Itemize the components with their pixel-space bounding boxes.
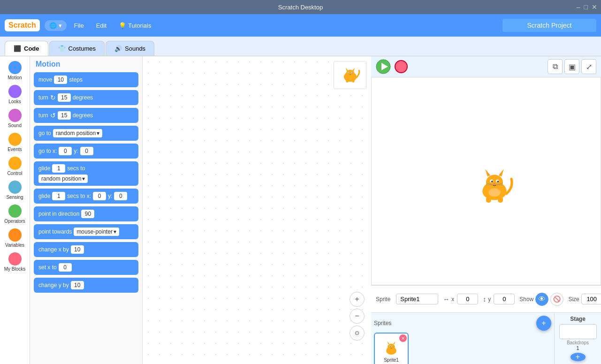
category-operators[interactable]: Operators xyxy=(1,203,29,226)
block-turn-ccw[interactable]: turn ↺ 15 degrees xyxy=(34,108,138,123)
category-control[interactable]: Control xyxy=(1,155,29,178)
glide-to-dropdown[interactable]: random position ▾ xyxy=(38,174,88,183)
block-change-x[interactable]: change x by 10 xyxy=(34,242,138,257)
show-visible-button[interactable]: 👁 xyxy=(535,293,548,306)
svg-point-33 xyxy=(488,188,500,197)
tutorials-icon: 💡 xyxy=(119,22,126,29)
block-move[interactable]: move 10 steps xyxy=(34,72,138,87)
stage-cat-sprite xyxy=(473,164,516,206)
turn-cw-input[interactable]: 15 xyxy=(58,93,71,102)
show-group: Show 👁 🚫 xyxy=(519,293,563,306)
sprite-label: Sprite xyxy=(376,296,390,303)
svg-point-41 xyxy=(392,346,393,347)
zoom-in-button[interactable]: + xyxy=(350,292,365,307)
add-sprite-button[interactable]: + xyxy=(536,316,551,331)
sprite-card[interactable]: ✕ Sprite1 xyxy=(374,333,409,364)
category-variables[interactable]: Variables xyxy=(1,227,29,250)
block-goto-xy[interactable]: go to x: 0 y: 0 xyxy=(34,144,138,159)
backdrops-label: Backdrops xyxy=(567,340,589,345)
block-point-towards[interactable]: point towards mouse-pointer ▾ xyxy=(34,224,138,239)
stage-thumbnail[interactable] xyxy=(559,324,597,339)
window-title: Scratch Desktop xyxy=(278,4,323,11)
point-towards-dropdown[interactable]: mouse-pointer ▾ xyxy=(74,228,119,236)
stage-column-label: Stage xyxy=(570,316,586,322)
svg-point-22 xyxy=(491,181,492,181)
block-set-x[interactable]: set x to 0 xyxy=(34,260,138,275)
category-sensing[interactable]: Sensing xyxy=(1,179,29,202)
zoom-out-button[interactable]: − xyxy=(350,309,365,324)
variables-circle xyxy=(8,228,22,242)
sprite-info-panel: Sprite ↔ x ↕ y Show 👁 🚫 Size xyxy=(371,285,601,312)
stage-controls: ⧉ ▣ ⤢ xyxy=(371,56,601,77)
sensing-circle xyxy=(8,181,22,194)
tab-code[interactable]: ⬛ Code xyxy=(5,41,48,56)
medium-stage-button[interactable]: ▣ xyxy=(564,59,579,74)
change-y-input[interactable]: 10 xyxy=(71,281,84,289)
delete-sprite-button[interactable]: ✕ xyxy=(399,334,407,342)
change-x-input[interactable]: 10 xyxy=(71,245,84,254)
myblocks-circle xyxy=(8,252,22,265)
point-dir-input[interactable]: 90 xyxy=(81,210,94,218)
file-menu-button[interactable]: File xyxy=(69,19,89,32)
goto-y-input[interactable]: 0 xyxy=(80,147,93,155)
show-hidden-button[interactable]: 🚫 xyxy=(550,293,563,306)
category-sound[interactable]: Sound xyxy=(1,107,29,130)
glide-secs-input[interactable]: 1 xyxy=(52,164,65,173)
fullscreen-button[interactable]: ⤢ xyxy=(581,59,596,74)
project-name-input[interactable] xyxy=(502,19,596,32)
svg-marker-36 xyxy=(387,341,389,344)
y-coord-icon: ↕ xyxy=(483,296,486,303)
sounds-icon: 🔊 xyxy=(114,45,122,52)
y-input[interactable] xyxy=(494,294,515,304)
green-flag-button[interactable] xyxy=(376,59,391,74)
block-palette: Motion move 10 steps turn ↻ 15 degrees t… xyxy=(30,56,143,364)
category-events[interactable]: Events xyxy=(1,131,29,154)
glide-x-input[interactable]: 0 xyxy=(93,192,106,200)
show-label: Show xyxy=(519,296,533,303)
block-goto[interactable]: go to random position ▾ xyxy=(34,126,138,141)
set-x-input[interactable]: 0 xyxy=(59,263,72,272)
svg-point-35 xyxy=(388,344,395,350)
minimize-btn[interactable]: – xyxy=(577,3,580,11)
category-looks[interactable]: Looks xyxy=(1,83,29,106)
language-button[interactable]: 🌐 ▾ xyxy=(45,20,67,31)
zoom-reset-button[interactable]: ⊙ xyxy=(350,326,365,341)
x-coord-group: ↔ x xyxy=(443,294,478,304)
add-backdrop-button[interactable]: + xyxy=(571,353,586,361)
size-label: Size xyxy=(568,296,579,303)
tab-sounds[interactable]: 🔊 Sounds xyxy=(106,41,154,56)
globe-chevron: ▾ xyxy=(59,22,62,29)
category-motion[interactable]: Motion xyxy=(1,59,29,82)
small-stage-button[interactable]: ⧉ xyxy=(548,59,563,74)
sprites-list-panel: Sprites + ✕ xyxy=(371,312,601,364)
goto-dropdown[interactable]: random position ▾ xyxy=(53,129,102,137)
stage-area xyxy=(371,77,601,285)
tab-costumes[interactable]: 👕 Costumes xyxy=(49,41,105,56)
maximize-btn[interactable]: □ xyxy=(584,3,588,11)
window-controls: – □ ✕ xyxy=(577,3,597,11)
zoom-controls: + − ⊙ xyxy=(350,292,365,341)
sprite-name-input[interactable] xyxy=(396,294,438,304)
cat-thumbnail-svg xyxy=(340,66,361,84)
glide-xy-secs-input[interactable]: 1 xyxy=(52,192,65,200)
block-glide[interactable]: glide 1 secs to random position ▾ xyxy=(34,161,138,186)
glide-y-input[interactable]: 0 xyxy=(114,192,127,200)
edit-menu-button[interactable]: Edit xyxy=(91,19,111,32)
block-point-dir[interactable]: point in direction 90 xyxy=(34,206,138,221)
goto-x-input[interactable]: 0 xyxy=(59,147,72,155)
close-btn[interactable]: ✕ xyxy=(592,3,597,11)
x-input[interactable] xyxy=(457,294,478,304)
block-turn-cw[interactable]: turn ↻ 15 degrees xyxy=(34,90,138,105)
block-change-y[interactable]: change y by 10 xyxy=(34,278,138,293)
tutorials-button[interactable]: 💡 Tutorials xyxy=(114,19,156,32)
move-steps-input[interactable]: 10 xyxy=(54,76,67,84)
green-flag-icon xyxy=(376,59,391,74)
svg-point-13 xyxy=(486,175,503,190)
scripting-area[interactable]: + − ⊙ xyxy=(143,56,371,364)
stop-button[interactable] xyxy=(395,60,408,73)
sprites-header: Sprites xyxy=(374,320,391,326)
category-myblocks[interactable]: My Blocks xyxy=(1,250,29,273)
block-glide-xy[interactable]: glide 1 secs to x: 0 y: 0 xyxy=(34,189,138,204)
turn-ccw-input[interactable]: 15 xyxy=(58,111,71,120)
size-input[interactable] xyxy=(581,294,601,304)
